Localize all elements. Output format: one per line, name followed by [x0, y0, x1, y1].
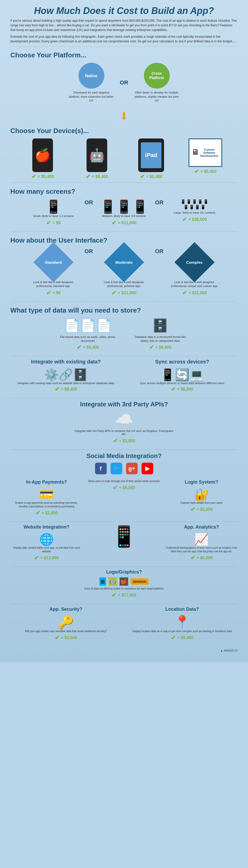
logo-desc: Icons & logos at differing scales & reso… [10, 587, 238, 591]
phone-graphic: 📱 [88, 524, 160, 549]
website-desc: Display web content within your app, or … [10, 546, 83, 553]
device-custom: 🖥 Custom Software Development ✔ = $5,400 [182, 138, 228, 175]
ui-complex: Complex Look & feel like a well designed… [169, 248, 220, 296]
custom-price-label: = $5,400 [200, 169, 217, 174]
screen-small-icon: 📱 [28, 199, 79, 214]
security-price-label: = $3,000 [61, 636, 77, 640]
ui-complex-label: Complex [186, 260, 203, 264]
db-data-icon: 🗄️ [132, 318, 189, 333]
db-data: 🗄️ Database data in a structured format … [132, 318, 189, 351]
inapp-icon: 💳 [10, 488, 83, 501]
native-platform: Native Developed for each targeted platf… [68, 63, 115, 102]
security-desc: Will your app contain user sensitive dat… [10, 629, 121, 633]
website-analytics-row: Website Integration? 🌐 Display web conte… [10, 524, 238, 561]
main-title: How Much Does it Cost to Build an App? [10, 5, 238, 16]
integrate-existing: Integrate with existing data? ⚙️🔗🗄️ Inte… [10, 359, 121, 393]
apple-price-label: = $5,400 [38, 175, 54, 179]
native-circle: Native [79, 63, 104, 89]
custom-price: ✔ = $5,400 [182, 168, 228, 175]
social-icons-row: f 🐦 g+ ▶ [10, 463, 238, 474]
third-party-desc: Integrate with 3rd Party APIs to enhance… [72, 429, 176, 436]
data-title: What type of data will you need to store… [10, 306, 238, 314]
analytics-price-label: = $6,000 [196, 556, 213, 560]
header-section: How Much Does it Cost to Build an App? I… [10, 5, 238, 44]
login-icon: 🔐 [165, 488, 238, 501]
screens-or1: OR [85, 199, 93, 206]
inapp-price-label: = $3,000 [41, 511, 58, 516]
analytics-price: ✔ = $6,000 [165, 555, 238, 561]
sync-price-label: = $6,500 [177, 387, 193, 392]
screen-medium: 📱📱📱 Medium: likely to have 3-9 screens ✔… [98, 199, 150, 226]
inapp-price: ✔ = $3,000 [10, 510, 83, 517]
social-desc: Allow users to login through one of thei… [88, 479, 160, 483]
website-icon: 🌐 [10, 532, 83, 546]
ipad-price-label: = $5,400 [146, 175, 162, 179]
social-title: Social Media Integration? [10, 452, 238, 460]
ui-or1: OR [85, 248, 93, 255]
db-data-price: ✔ = $9,400 [132, 344, 189, 351]
arrow-down-1: ⬇ [10, 110, 238, 122]
screens-or2: OR [155, 199, 163, 206]
ui-or2: OR [155, 248, 163, 255]
device-android: 🤖 ✔ = $5,400 [74, 138, 120, 180]
login-title: Login System? [165, 479, 238, 485]
platform-title: Choose Your Platform... [10, 51, 238, 59]
screen-small-desc: Small: likely to have 1-3 screens [28, 214, 79, 218]
security-title: App. Security? [10, 607, 121, 612]
social-price: ✔ = $6,000 [88, 485, 160, 491]
ui-moderate-label: Moderate [116, 260, 133, 264]
screen-small: 📱 Small: likely to have 1-3 screens ✔ = … [28, 199, 79, 226]
location-title: Location Data? [127, 607, 238, 612]
location-col: Location Data? 📍 Display location data o… [127, 607, 238, 641]
screen-large-icon: 📱📱📱 📱📱📱 📱📱📱 [179, 199, 210, 210]
sync-icon: 📱🔄💻 [127, 368, 238, 381]
social-price-label: = $6,000 [119, 486, 135, 490]
db-data-desc: Database data in a structured format lik… [132, 335, 189, 343]
youtube-icon: ▶ [142, 463, 153, 474]
screen-medium-price: ✔ = $11,000 [98, 220, 150, 226]
ipad-device-icon: iPad [138, 138, 164, 172]
inapp-desc: Enable in-app payments such as unlocking… [10, 501, 83, 508]
windows-icon: ⊞ [99, 578, 106, 586]
android-price-label: = $5,400 [92, 175, 108, 179]
website-price: ✔ = $12,600 [10, 555, 83, 561]
location-desc: Display location data on a map or get mo… [127, 629, 238, 633]
cross-circle: Cross Platform [144, 63, 170, 89]
sync-price: ✔ = $6,500 [127, 386, 238, 393]
apple-device-icon: 🍎 [32, 138, 53, 172]
android-brand-icon: 🤖 [108, 578, 117, 586]
screens-title: How many screens? [10, 188, 238, 195]
logo-price-label: = $17,000 [118, 593, 136, 597]
logo-title: Logo/Graphics? [10, 569, 238, 575]
integrate-desc: Integrate with existing data such as web… [10, 381, 121, 385]
ui-moderate: Moderate Look & feel like a well designe… [98, 248, 150, 296]
location-icon: 📍 [127, 615, 238, 629]
apple-brand-icon: 🍎 [120, 578, 128, 586]
custom-device-box: 🖥 Custom Software Development [189, 138, 222, 167]
third-party-icon: ☁️ [10, 411, 238, 429]
sync-title: Sync across devices? [127, 359, 238, 365]
native-label: Native [85, 73, 97, 78]
analytics-icon: 📈 [165, 532, 238, 546]
header-desc1: If you're serious about building a high … [10, 18, 238, 32]
twitter-icon: 🐦 [111, 463, 122, 474]
googleplus-icon: g+ [126, 463, 138, 474]
screen-medium-icon: 📱📱📱 [98, 199, 150, 214]
header-desc2: Estimate the cost of your app idea by fo… [10, 34, 238, 44]
android-check: ✔ [86, 173, 90, 180]
file-data-price: ✔ = $9,400 [59, 344, 116, 351]
website-price-label: = $12,600 [40, 556, 59, 560]
inapp-col: In-App Payments? 💳 Enable in-app payment… [10, 479, 83, 517]
inapp-title: In-App Payments? [10, 479, 83, 485]
file-data-desc: File based data such as audio, video, ph… [59, 335, 116, 343]
screen-medium-desc: Medium: likely to have 3-9 screens [98, 214, 150, 218]
ui-row: Standard Look & feel like a well designe… [10, 248, 238, 296]
platform-or: OR [120, 79, 128, 86]
login-desc: Capture login details from your users [165, 501, 238, 505]
db-price-label: = $9,400 [155, 345, 172, 350]
footer-brand: ▲ AMADEUS [220, 649, 238, 652]
data-row: 📄📄📄 File based data such as audio, video… [10, 318, 238, 351]
third-party-price-label: = $3,000 [119, 439, 135, 443]
third-party-price: ✔ = $3,000 [10, 438, 238, 444]
ui-standard-diamond: Standard [33, 242, 74, 282]
